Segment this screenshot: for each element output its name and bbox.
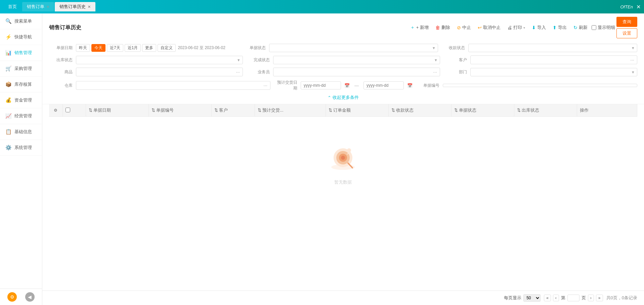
prev-page-button[interactable]: ‹ bbox=[553, 295, 559, 301]
export-button[interactable]: ⬆ 导出 bbox=[550, 23, 569, 32]
bill-status-select[interactable]: ▾ bbox=[269, 44, 438, 52]
bill-no-label: 单据编号 bbox=[416, 83, 439, 88]
toolbar: ＋ + 新增 🗑 删除 ⊘ 中止 ↩ 取消中止 🖨 打印 bbox=[407, 17, 637, 38]
goods-dots-icon[interactable]: ··· bbox=[236, 69, 240, 75]
close-tab-sales-order[interactable]: ✕ bbox=[46, 5, 49, 9]
complete-status-chevron-icon: ▾ bbox=[435, 58, 437, 63]
basicinfo-icon: 📋 bbox=[5, 129, 12, 135]
data-table: ⚙ ⇅ 单据日期 ⇅ 单据编号 ⇅ 客户 bbox=[49, 104, 637, 199]
cancel-stop-button[interactable]: ↩ 取消中止 bbox=[475, 23, 503, 32]
show-detail-input[interactable] bbox=[592, 25, 596, 30]
department-chevron-icon: ▾ bbox=[632, 70, 634, 75]
salesman-label: 业务员 bbox=[246, 69, 270, 75]
date-btn-more[interactable]: 更多 bbox=[142, 44, 156, 52]
bill-no-filter[interactable] bbox=[443, 84, 637, 87]
inventory-icon: 📦 bbox=[5, 81, 12, 87]
first-page-button[interactable]: « bbox=[544, 295, 551, 301]
th-bill-no[interactable]: ⇅ 单据编号 bbox=[148, 104, 211, 117]
date-btn-1month[interactable]: 近1月 bbox=[125, 44, 141, 52]
table-area: ⚙ ⇅ 单据日期 ⇅ 单据编号 ⇅ 客户 bbox=[42, 104, 644, 291]
sort-icon-7: ⇅ bbox=[454, 108, 458, 113]
sidebar: 🔍 搜索菜单 ⚡ 快捷导航 📊 销售管理 🛒 采购管理 📦 库存核算 💰 资金管… bbox=[0, 13, 42, 305]
sort-icon-4: ⇅ bbox=[258, 108, 261, 113]
receipt-status-chevron-icon: ▾ bbox=[632, 45, 634, 50]
svg-point-4 bbox=[341, 156, 345, 160]
warehouse-dots-icon[interactable]: ··· bbox=[263, 83, 267, 88]
refresh-button[interactable]: ↻ 刷新 bbox=[571, 23, 590, 32]
svg-point-6 bbox=[347, 148, 351, 152]
sidebar-item-sales[interactable]: 📊 销售管理 bbox=[0, 45, 42, 61]
select-all-checkbox[interactable] bbox=[66, 108, 70, 112]
th-receipt-status[interactable]: ⇅ 收款状态 bbox=[388, 104, 451, 117]
calendar-end-icon[interactable]: 📅 bbox=[407, 83, 413, 88]
sidebar-item-system[interactable]: ⚙️ 系统管理 bbox=[0, 140, 42, 156]
export-icon: ⬆ bbox=[553, 25, 557, 30]
th-bill-date[interactable]: ⇅ 单据日期 bbox=[86, 104, 149, 117]
tab-home[interactable]: 首页 bbox=[3, 2, 22, 11]
delete-icon: 🗑 bbox=[435, 25, 440, 30]
filter-row-4: 仓库 ··· 预计交货日期 📅 — 📅 单据编号 bbox=[49, 80, 637, 91]
calendar-start-icon[interactable]: 📅 bbox=[344, 83, 350, 88]
content-area: 销售订单历史 ＋ + 新增 🗑 删除 ⊘ 中止 ↩ 取消中止 bbox=[42, 13, 644, 305]
per-page-select[interactable]: 50 10 20 100 bbox=[523, 294, 541, 302]
goods-filter[interactable]: ··· bbox=[76, 68, 243, 76]
print-dropdown-icon[interactable]: ▾ bbox=[523, 26, 525, 30]
out-status-select[interactable]: ▾ bbox=[76, 56, 243, 64]
date-filter-value: 昨天 今天 近7天 近1月 更多 自定义 2023-06-02 至 2023-0… bbox=[76, 44, 239, 52]
salesman-dots-icon[interactable]: ··· bbox=[433, 69, 437, 75]
th-out-status[interactable]: ⇅ 出库状态 bbox=[514, 104, 577, 117]
th-gear[interactable]: ⚙ bbox=[49, 104, 62, 117]
sort-icon-2: ⇅ bbox=[152, 108, 155, 113]
delivery-date-end-input[interactable] bbox=[363, 81, 404, 89]
sidebar-settings-button[interactable]: ⚙ bbox=[7, 292, 17, 302]
date-btn-7days[interactable]: 近7天 bbox=[107, 44, 123, 52]
tab-sales-order[interactable]: 销售订单 ✕ bbox=[22, 2, 54, 11]
th-delivery-date[interactable]: ⇅ 预计交货... bbox=[255, 104, 326, 117]
query-button[interactable]: 查询 bbox=[616, 17, 637, 27]
print-button[interactable]: 🖨 打印 ▾ bbox=[505, 23, 528, 32]
add-button[interactable]: ＋ + 新增 bbox=[407, 23, 431, 32]
tab-sales-order-history[interactable]: 销售订单历史 ✕ bbox=[55, 2, 95, 11]
sidebar-item-search[interactable]: 🔍 搜索菜单 bbox=[0, 13, 42, 29]
sales-icon: 📊 bbox=[5, 50, 12, 56]
complete-status-select[interactable]: ▾ bbox=[273, 56, 440, 64]
department-select[interactable]: ▾ bbox=[470, 68, 637, 76]
complete-status-label: 完成状态 bbox=[246, 57, 270, 63]
finance-icon: 💰 bbox=[5, 97, 12, 103]
sidebar-item-quicknav[interactable]: ⚡ 快捷导航 bbox=[0, 29, 42, 45]
sidebar-item-basic-info[interactable]: 📋 基础信息 bbox=[0, 124, 42, 140]
next-page-button[interactable]: › bbox=[588, 295, 594, 301]
th-checkbox[interactable] bbox=[62, 104, 86, 117]
sidebar-item-inventory[interactable]: 📦 库存核算 bbox=[0, 77, 42, 92]
date-btn-yesterday[interactable]: 昨天 bbox=[76, 44, 90, 52]
collapse-button[interactable]: ⌃ 收起更多条件 bbox=[328, 94, 359, 101]
sort-icon: ⇅ bbox=[89, 108, 92, 113]
date-btn-today[interactable]: 今天 bbox=[91, 44, 105, 52]
pagination: « ‹ 第 1 页 › » bbox=[544, 295, 603, 301]
receipt-status-select[interactable]: ▾ bbox=[468, 44, 637, 52]
th-bill-status[interactable]: ⇅ 单据状态 bbox=[451, 104, 514, 117]
stop-button[interactable]: ⊘ 中止 bbox=[454, 23, 474, 32]
window-close-icon[interactable]: ✕ bbox=[636, 4, 641, 10]
customer-dots-icon[interactable]: ··· bbox=[630, 57, 634, 63]
sidebar-item-finance[interactable]: 💰 资金管理 bbox=[0, 92, 42, 108]
show-detail-checkbox[interactable]: 显示明细 bbox=[592, 25, 615, 31]
salesman-filter[interactable]: ··· bbox=[273, 68, 440, 76]
page-input[interactable]: 1 bbox=[567, 295, 579, 301]
close-tab-sales-order-history[interactable]: ✕ bbox=[88, 5, 91, 9]
date-btn-custom[interactable]: 自定义 bbox=[158, 44, 176, 52]
warehouse-filter[interactable]: ··· bbox=[76, 81, 270, 90]
delete-button[interactable]: 🗑 删除 bbox=[433, 23, 453, 32]
sidebar-item-purchase[interactable]: 🛒 采购管理 bbox=[0, 61, 42, 77]
th-order-amount[interactable]: ⇅ 订单金额 bbox=[326, 104, 388, 117]
delivery-date-start-input[interactable] bbox=[301, 81, 341, 89]
import-button[interactable]: ⬇ 导入 bbox=[529, 23, 549, 32]
th-customer[interactable]: ⇅ 客户 bbox=[211, 104, 255, 117]
total-text: 共0页，0条记录 bbox=[606, 295, 637, 301]
customer-filter[interactable]: ··· bbox=[470, 55, 637, 64]
setting-button[interactable]: 设置 bbox=[616, 28, 637, 38]
add-icon: ＋ bbox=[410, 25, 415, 31]
sidebar-collapse-button[interactable]: ◀ bbox=[25, 292, 35, 302]
sidebar-item-operations[interactable]: 📈 经营管理 bbox=[0, 108, 42, 124]
last-page-button[interactable]: » bbox=[596, 295, 603, 301]
